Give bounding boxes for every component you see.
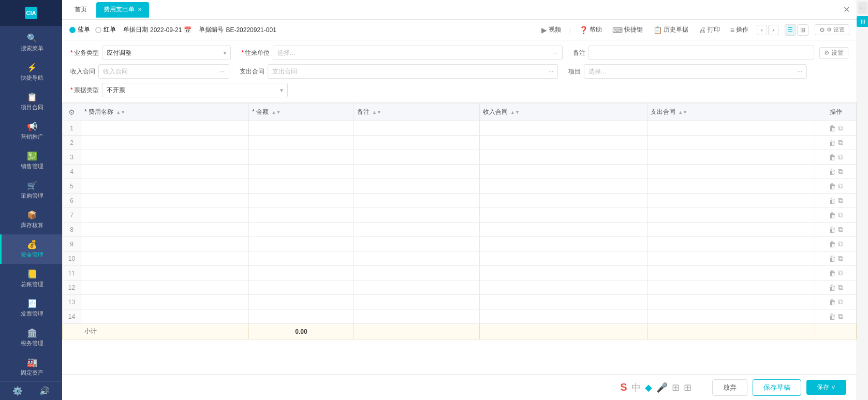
copy-icon[interactable]: ⧉ [838, 240, 843, 248]
income-contract-cell[interactable] [479, 251, 647, 266]
footer-icon-grid2[interactable]: ⊞ [684, 382, 692, 393]
delete-icon[interactable]: 🗑 [829, 124, 836, 132]
footer-icon-mic[interactable]: 🎤 [656, 382, 668, 393]
sidebar-item-accounting[interactable]: 📒 总账管理 [0, 264, 62, 293]
expense-name-cell[interactable] [81, 194, 249, 208]
amount-cell[interactable] [249, 121, 354, 136]
amount-cell[interactable] [249, 165, 354, 179]
save-draft-button[interactable]: 保存草稿 [753, 379, 801, 396]
sidebar-item-search[interactable]: 🔍 搜索菜单 [0, 28, 62, 57]
expense-contract-cell[interactable] [647, 194, 815, 208]
sort-arrows-remark[interactable]: ▲▼ [372, 110, 381, 115]
calendar-icon[interactable]: 📅 [184, 26, 192, 34]
amount-cell[interactable] [249, 150, 354, 165]
sidebar-item-marketing[interactable]: 📢 营销推广 [0, 116, 62, 146]
remark-cell[interactable] [354, 237, 479, 251]
expense-name-cell[interactable] [81, 150, 249, 165]
income-contract-cell[interactable] [479, 136, 647, 150]
expense-name-cell[interactable] [81, 266, 249, 280]
delete-icon[interactable]: 🗑 [829, 313, 836, 321]
col-settings[interactable]: ⚙ [63, 103, 81, 121]
delete-icon[interactable]: 🗑 [829, 153, 836, 161]
expense-contract-cell[interactable] [647, 136, 815, 150]
counterpart-dots[interactable]: ··· [553, 49, 558, 56]
expense-contract-cell[interactable] [647, 237, 815, 251]
delete-icon[interactable]: 🗑 [829, 182, 836, 190]
footer-icon-zh[interactable]: 中 [631, 381, 641, 394]
expense-name-cell[interactable] [81, 223, 249, 237]
delete-icon[interactable]: 🗑 [829, 168, 836, 176]
view-list-btn[interactable]: ☰ [785, 24, 796, 36]
expense-contract-cell[interactable] [647, 280, 815, 295]
amount-cell[interactable] [249, 251, 354, 266]
volume-icon[interactable]: 🔊 [39, 386, 50, 396]
video-btn[interactable]: ▶ 视频 [539, 24, 563, 35]
business-type-input[interactable]: 应付调整 ▼ [102, 46, 231, 60]
tab-expense[interactable]: 费用支出单 ✕ [96, 2, 149, 18]
remark-cell[interactable] [354, 194, 479, 208]
expense-contract-cell[interactable] [647, 121, 815, 136]
sidebar-item-inventory[interactable]: 📦 库存核算 [0, 205, 62, 234]
amount-cell[interactable] [249, 194, 354, 208]
delete-icon[interactable]: 🗑 [829, 240, 836, 248]
delete-icon[interactable]: 🗑 [829, 211, 836, 219]
expense-contract-cell[interactable] [647, 223, 815, 237]
copy-icon[interactable]: ⧉ [838, 211, 843, 219]
delete-icon[interactable]: 🗑 [829, 298, 836, 306]
sidebar-item-quick-nav[interactable]: ⚡ 快捷导航 [0, 57, 62, 87]
nav-next-btn[interactable]: › [768, 25, 778, 35]
settings-button[interactable]: ⚙ ⚙ 设置 [815, 24, 849, 35]
col-expense-name[interactable]: * 费用名称 ▲▼ [81, 103, 249, 121]
amount-cell[interactable] [249, 223, 354, 237]
copy-icon[interactable]: ⧉ [838, 196, 843, 205]
remark-cell[interactable] [354, 136, 479, 150]
amount-cell[interactable] [249, 136, 354, 150]
copy-icon[interactable]: ⧉ [838, 124, 843, 132]
amount-cell[interactable] [249, 266, 354, 280]
delete-icon[interactable]: 🗑 [829, 255, 836, 263]
remark-cell[interactable] [354, 251, 479, 266]
col-income-contract[interactable]: 收入合同 ▲▼ [479, 103, 647, 121]
income-contract-cell[interactable] [479, 266, 647, 280]
sort-arrows-expense-contract[interactable]: ▲▼ [678, 110, 687, 115]
income-contract-cell[interactable] [479, 179, 647, 194]
discard-button[interactable]: 放弃 [712, 379, 747, 396]
amount-cell[interactable] [249, 309, 354, 324]
copy-icon[interactable]: ⧉ [838, 138, 843, 147]
sidebar-item-fixed-asset[interactable]: 🏭 固定资产 [0, 352, 62, 381]
help-btn[interactable]: ❓ 帮助 [577, 24, 604, 35]
income-contract-cell[interactable] [479, 309, 647, 324]
income-contract-cell[interactable] [479, 208, 647, 223]
sidebar-item-invoice[interactable]: 🧾 发票管理 [0, 293, 62, 323]
delete-icon[interactable]: 🗑 [829, 269, 836, 277]
remark-cell[interactable] [354, 295, 479, 309]
project-input[interactable]: 选择... ··· [584, 64, 807, 79]
save-button[interactable]: 保存 ∨ [806, 380, 846, 395]
sidebar-item-finance[interactable]: 💰 资金管理 [0, 234, 62, 264]
expense-contract-cell[interactable] [647, 150, 815, 165]
amount-cell[interactable] [249, 208, 354, 223]
delete-icon[interactable]: 🗑 [829, 139, 836, 147]
col-gear-icon[interactable]: ⚙ [68, 108, 75, 116]
print-btn[interactable]: 🖨 打印 [697, 24, 722, 35]
remark-cell[interactable] [354, 266, 479, 280]
expense-name-cell[interactable] [81, 136, 249, 150]
amount-cell[interactable] [249, 237, 354, 251]
expense-contract-cell[interactable] [647, 309, 815, 324]
expense-contract-input[interactable]: 支出合同 ··· [268, 64, 558, 79]
amount-cell[interactable] [249, 179, 354, 194]
expense-name-cell[interactable] [81, 237, 249, 251]
remark-cell[interactable] [354, 165, 479, 179]
sidebar-item-tax[interactable]: 🏛️ 税务管理 [0, 323, 62, 352]
copy-icon[interactable]: ⧉ [838, 269, 843, 277]
expense-name-cell[interactable] [81, 208, 249, 223]
income-contract-cell[interactable] [479, 150, 647, 165]
sort-arrows-income[interactable]: ▲▼ [510, 110, 520, 115]
settings-icon[interactable]: ⚙️ [12, 386, 23, 396]
income-contract-cell[interactable] [479, 295, 647, 309]
view-table-btn[interactable]: ⊞ [797, 24, 808, 36]
col-amount[interactable]: * 金额 ▲▼ [249, 103, 354, 121]
remark-cell[interactable] [354, 179, 479, 194]
income-contract-cell[interactable] [479, 280, 647, 295]
expense-name-cell[interactable] [81, 121, 249, 136]
